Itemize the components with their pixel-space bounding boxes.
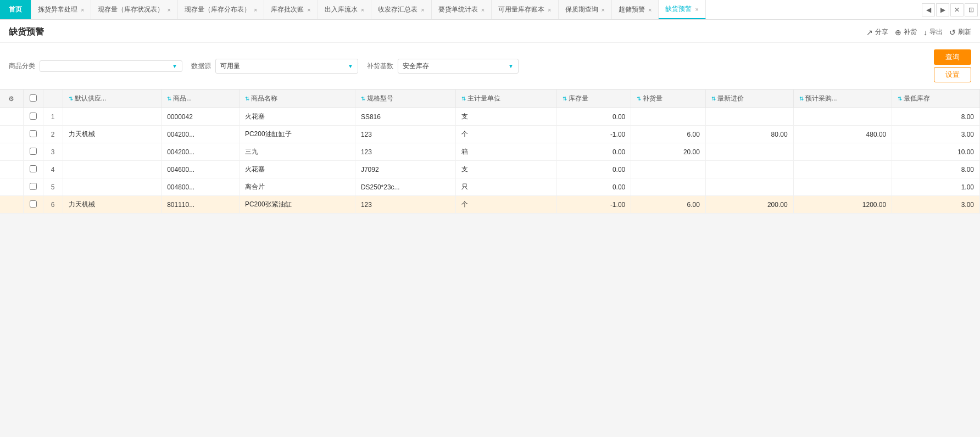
column-spec[interactable]: ⇅规格型号 <box>355 89 455 108</box>
tab-close-icon[interactable]: × <box>548 7 551 13</box>
tab-close-icon[interactable]: × <box>695 6 698 13</box>
tab-item-receive-summary[interactable]: 收发存汇总表× <box>371 0 431 19</box>
row-checkbox[interactable] <box>30 113 37 120</box>
row-checkbox[interactable] <box>30 183 37 190</box>
replenish-basis-select[interactable]: 安全库存 ▼ <box>398 59 519 74</box>
tab-label: 拣货异常处理 <box>38 5 77 14</box>
column-estimated-purchase[interactable]: ⇅预计采购... <box>793 89 892 108</box>
column-checkbox[interactable] <box>23 89 43 108</box>
row-checkbox[interactable] <box>30 165 37 172</box>
row-checkbox-cell[interactable] <box>23 143 43 161</box>
tab-item-order-stats[interactable]: 要货单统计表× <box>432 0 492 19</box>
row-default-supplier <box>63 108 162 126</box>
table-body: 1 0000042 火花塞 SS816 支 0.00 8.00 2 力天机械 0… <box>0 108 980 214</box>
category-select[interactable]: ▼ <box>40 60 182 72</box>
row-checkbox-cell[interactable] <box>23 126 43 143</box>
tab-item-inventory-status[interactable]: 现存量（库存状况表）× <box>91 0 177 19</box>
row-checkbox-cell[interactable] <box>23 108 43 126</box>
row-product-name: 离合片 <box>239 178 355 196</box>
column-min-stock[interactable]: ⇅最低库存 <box>892 89 980 108</box>
row-product-name: 三九 <box>239 143 355 161</box>
replenish-basis-value: 安全库存 <box>403 61 429 71</box>
row-checkbox-cell[interactable] <box>23 178 43 196</box>
row-checkbox[interactable] <box>30 148 37 155</box>
row-min-stock: 8.00 <box>892 161 980 178</box>
row-unit: 支 <box>455 161 556 178</box>
tab-prev-button[interactable]: ◀ <box>922 3 935 16</box>
row-latest-price <box>705 178 793 196</box>
tab-restore-button[interactable]: ⊡ <box>965 3 978 16</box>
select-all-checkbox[interactable] <box>30 94 37 102</box>
row-gear-cell <box>0 196 23 214</box>
tab-close-icon[interactable]: × <box>648 7 652 13</box>
settings-button[interactable]: 设置 <box>934 67 971 82</box>
replenish-button[interactable]: ⊕ 补货 <box>895 27 917 37</box>
table-row: 2 力天机械 004200... PC200油缸缸子 123 个 -1.00 6… <box>0 126 980 143</box>
tab-item-expiry-query[interactable]: 保质期查询× <box>559 0 612 19</box>
tab-close-icon[interactable]: × <box>602 7 605 13</box>
column-product-name[interactable]: ⇅商品名称 <box>239 89 355 108</box>
column-stock[interactable]: ⇅库存量 <box>556 89 631 108</box>
tab-label: 现存量（库存分布表） <box>185 5 250 14</box>
tab-label: 收发存汇总表 <box>378 5 417 14</box>
refresh-button[interactable]: ↺ 刷新 <box>949 27 971 37</box>
share-button[interactable]: ↗ 分享 <box>866 27 888 37</box>
row-stock: -1.00 <box>556 196 631 214</box>
tab-close-icon[interactable]: × <box>481 7 485 13</box>
row-latest-price: 80.00 <box>705 126 793 143</box>
tab-close-icon[interactable]: × <box>167 7 170 13</box>
gear-icon: ⚙ <box>8 95 14 103</box>
row-product-code: 004200... <box>162 126 240 143</box>
row-replenish-qty <box>631 108 706 126</box>
tab-label: 可用量库存账本 <box>498 5 544 14</box>
row-stock: 0.00 <box>556 143 631 161</box>
row-product-name: PC200油缸缸子 <box>239 126 355 143</box>
column-gear[interactable]: ⚙ <box>0 89 23 108</box>
tab-item-batch-account[interactable]: 库存批次账× <box>264 0 318 19</box>
table-row: 5 004800... 离合片 DS250*23c... 只 0.00 1.00 <box>0 178 980 196</box>
row-seq: 6 <box>43 196 63 214</box>
column-default-supplier[interactable]: ⇅默认供应... <box>63 89 162 108</box>
tab-close-icon[interactable]: × <box>421 7 424 13</box>
row-checkbox[interactable] <box>30 200 37 208</box>
row-checkbox-cell[interactable] <box>23 196 43 214</box>
tab-item-inout-flow[interactable]: 出入库流水× <box>318 0 371 19</box>
table-container: ⚙ ⇅默认供应... ⇅商品... ⇅商品名称 ⇅规格型号 ⇅主计量单位 ⇅库存… <box>0 89 980 214</box>
column-replenish-qty[interactable]: ⇅补货量 <box>631 89 706 108</box>
row-unit: 箱 <box>455 143 556 161</box>
row-estimated-purchase: 1200.00 <box>793 196 892 214</box>
replenish-basis-label: 补货基数 <box>367 61 393 71</box>
row-product-name: 火花塞 <box>239 108 355 126</box>
tab-item-home[interactable]: 首页 <box>0 0 31 19</box>
row-latest-price <box>705 108 793 126</box>
tab-close-all-button[interactable]: ✕ <box>950 3 964 16</box>
row-replenish-qty: 20.00 <box>631 143 706 161</box>
export-button[interactable]: ↓ 导出 <box>923 27 943 37</box>
row-spec: 123 <box>355 196 455 214</box>
row-product-code: 0000042 <box>162 108 240 126</box>
tab-item-inventory-dist[interactable]: 现存量（库存分布表）× <box>178 0 264 19</box>
row-product-name: PC200张紧油缸 <box>239 196 355 214</box>
datasource-select[interactable]: 可用量 ▼ <box>215 59 358 74</box>
tab-item-shortage[interactable]: 缺货预警× <box>659 0 705 19</box>
row-default-supplier <box>63 161 162 178</box>
row-checkbox-cell[interactable] <box>23 161 43 178</box>
tab-close-icon[interactable]: × <box>81 7 84 13</box>
tab-label: 现存量（库存状况表） <box>98 5 164 14</box>
row-seq: 3 <box>43 143 63 161</box>
tab-item-available-ledger[interactable]: 可用量库存账本× <box>492 0 558 19</box>
tab-item-overstock[interactable]: 超储预警× <box>612 0 659 19</box>
tab-close-icon[interactable]: × <box>307 7 310 13</box>
tab-label: 首页 <box>9 5 22 14</box>
column-product-code[interactable]: ⇅商品... <box>162 89 240 108</box>
tab-next-button[interactable]: ▶ <box>936 3 949 16</box>
tab-close-icon[interactable]: × <box>361 7 364 13</box>
tab-label: 库存批次账 <box>271 5 304 14</box>
row-checkbox[interactable] <box>30 130 37 137</box>
query-button[interactable]: 查询 <box>934 49 971 65</box>
tab-close-icon[interactable]: × <box>254 7 257 13</box>
column-latest-price[interactable]: ⇅最新进价 <box>705 89 793 108</box>
tab-item-abnormal[interactable]: 拣货异常处理× <box>31 0 91 19</box>
row-seq: 1 <box>43 108 63 126</box>
column-unit[interactable]: ⇅主计量单位 <box>455 89 556 108</box>
